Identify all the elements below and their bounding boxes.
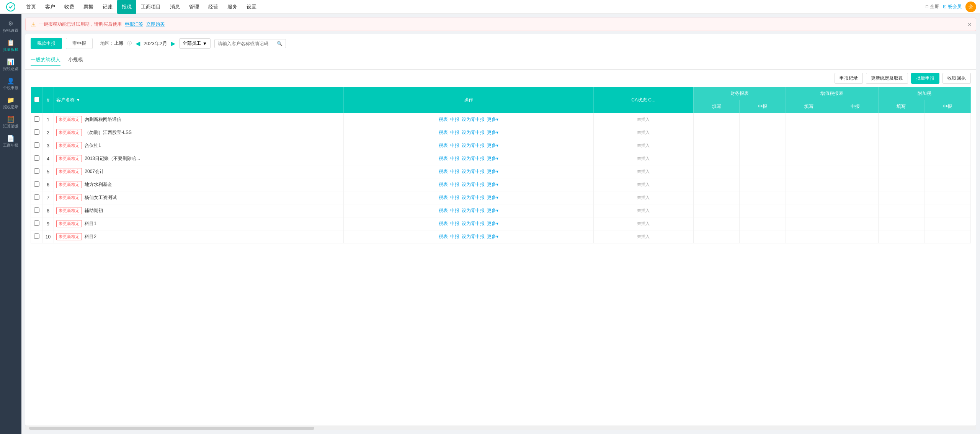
nav-accounting[interactable]: 记账 (98, 0, 117, 14)
banner-link-buy[interactable]: 立即购买 (146, 21, 165, 28)
date-prev-btn[interactable]: ◀ (136, 41, 140, 47)
op-more[interactable]: 更多▾ (487, 207, 498, 214)
date-next-btn[interactable]: ▶ (171, 41, 175, 47)
op-more[interactable]: 更多▾ (487, 116, 498, 123)
sidebar-item-personal-tax[interactable]: 👤 个税申报 (0, 74, 21, 93)
sidebar-item-calc-clear[interactable]: 🧮 汇算清缴 (0, 113, 21, 132)
btn-record[interactable]: 申报记录 (835, 73, 863, 84)
op-zero-report[interactable]: 设为零申报 (462, 181, 485, 188)
row-checkbox-cell (31, 152, 42, 165)
horizontal-scrollbar[interactable] (25, 426, 976, 430)
tax-settings-icon: ⚙ (8, 20, 13, 27)
op-tax-table[interactable]: 税表 (439, 116, 448, 123)
op-report[interactable]: 申报 (450, 207, 459, 214)
op-more[interactable]: 更多▾ (487, 155, 498, 162)
btn-update-collect[interactable]: 更新统定及取数 (866, 73, 908, 84)
nav-invoice[interactable]: 票据 (79, 0, 98, 14)
tab-tax-report[interactable]: 税款申报 (31, 38, 62, 49)
nav-biz-projects[interactable]: 工商项目 (136, 0, 165, 14)
nav-messages[interactable]: 消息 (165, 0, 185, 14)
banner-close-btn[interactable]: ✕ (967, 21, 972, 28)
op-zero-report[interactable]: 设为零申报 (462, 207, 485, 214)
op-report[interactable]: 申报 (450, 220, 459, 227)
op-tax-table[interactable]: 税表 (439, 155, 448, 162)
op-report[interactable]: 申报 (450, 168, 459, 175)
op-tax-table[interactable]: 税表 (439, 194, 448, 201)
op-more[interactable]: 更多▾ (487, 142, 498, 149)
nav-billing[interactable]: 收费 (60, 0, 79, 14)
op-zero-report[interactable]: 设为零申报 (462, 220, 485, 227)
btn-collect[interactable]: 收取回执 (942, 73, 971, 84)
vip-btn[interactable]: ⊡ 畅会员 (943, 3, 962, 10)
row-added-fill: — (878, 191, 924, 204)
nav-management[interactable]: 管理 (185, 0, 204, 14)
op-zero-report[interactable]: 设为零申报 (462, 168, 485, 175)
banner-link-report[interactable]: 申报汇签 (125, 21, 143, 28)
nav-tax[interactable]: 报税 (117, 0, 136, 14)
nav-client[interactable]: 客户 (41, 0, 60, 14)
op-more[interactable]: 更多▾ (487, 129, 498, 136)
op-report[interactable]: 申报 (450, 142, 459, 149)
select-all-checkbox[interactable] (34, 97, 39, 102)
nav-home[interactable]: 首页 (21, 0, 41, 14)
sort-icon[interactable]: ▼ (76, 97, 80, 103)
op-more[interactable]: 更多▾ (487, 181, 498, 188)
row-checkbox-5[interactable] (34, 181, 39, 187)
row-checkbox-0[interactable] (34, 116, 39, 122)
op-tax-table[interactable]: 税表 (439, 181, 448, 188)
row-checkbox-7[interactable] (34, 207, 39, 213)
op-zero-report[interactable]: 设为零申报 (462, 142, 485, 149)
row-checkbox-6[interactable] (34, 194, 39, 200)
op-zero-report[interactable]: 设为零申报 (462, 233, 485, 240)
dept-selector[interactable]: 全部员工 ▼ (179, 38, 211, 49)
row-checkbox-2[interactable] (34, 142, 39, 148)
op-report[interactable]: 申报 (450, 233, 459, 240)
search-icon[interactable]: 🔍 (277, 41, 283, 46)
op-tax-table[interactable]: 税表 (439, 207, 448, 214)
search-input[interactable] (218, 41, 275, 46)
th-added-report: 申报 (924, 100, 971, 113)
sidebar-item-tax-settings[interactable]: ⚙ 报税设置 (0, 17, 21, 36)
op-tax-table[interactable]: 税表 (439, 168, 448, 175)
op-zero-report[interactable]: 设为零申报 (462, 155, 485, 162)
sidebar-item-tax-records[interactable]: 📁 报税记录 (0, 93, 21, 113)
nav-services[interactable]: 服务 (223, 0, 242, 14)
nav-operations[interactable]: 经营 (204, 0, 223, 14)
op-zero-report[interactable]: 设为零申报 (462, 194, 485, 201)
op-report[interactable]: 申报 (450, 181, 459, 188)
sidebar-item-batch-tax[interactable]: 📋 批量报税 (0, 36, 21, 55)
row-checkbox-cell (31, 139, 42, 152)
row-checkbox-cell (31, 230, 42, 243)
row-checkbox-3[interactable] (34, 155, 39, 161)
op-tax-table[interactable]: 税表 (439, 233, 448, 240)
op-tax-table[interactable]: 税表 (439, 129, 448, 136)
op-more[interactable]: 更多▾ (487, 233, 498, 240)
op-more[interactable]: 更多▾ (487, 194, 498, 201)
subtab-general[interactable]: 一般的纳税人 (31, 56, 60, 66)
avatar[interactable]: 会 (965, 2, 976, 12)
fullscreen-btn[interactable]: □ 全屏 (926, 3, 939, 10)
op-report[interactable]: 申报 (450, 194, 459, 201)
op-report[interactable]: 申报 (450, 116, 459, 123)
op-report[interactable]: 申报 (450, 155, 459, 162)
op-more[interactable]: 更多▾ (487, 220, 498, 227)
tab-zero-report[interactable]: 零申报 (66, 38, 93, 49)
row-checkbox-1[interactable] (34, 129, 39, 135)
sidebar-item-tax-overview[interactable]: 📊 报税总览 (0, 55, 21, 74)
op-more[interactable]: 更多▾ (487, 168, 498, 175)
op-tax-table[interactable]: 税表 (439, 220, 448, 227)
op-report[interactable]: 申报 (450, 129, 459, 136)
subtab-small[interactable]: 小规模 (68, 56, 83, 66)
nav-settings[interactable]: 设置 (242, 0, 261, 14)
row-checkbox-9[interactable] (34, 233, 39, 239)
row-fin-report: — (740, 165, 786, 178)
op-zero-report[interactable]: 设为零申报 (462, 129, 485, 136)
op-tax-table[interactable]: 税表 (439, 142, 448, 149)
sidebar-item-biz-annual[interactable]: 📄 工商年报 (0, 132, 21, 151)
table-row: 4 未更新核定 2013日记账（不要删除哈... 税表 申报 设为零申报 更多▾… (31, 152, 971, 165)
op-zero-report[interactable]: 设为零申报 (462, 116, 485, 123)
row-checkbox-4[interactable] (34, 168, 39, 174)
row-checkbox-8[interactable] (34, 220, 39, 226)
btn-batch-report[interactable]: 批量申报 (911, 73, 939, 84)
region-info-icon[interactable]: ⓘ (127, 40, 132, 47)
